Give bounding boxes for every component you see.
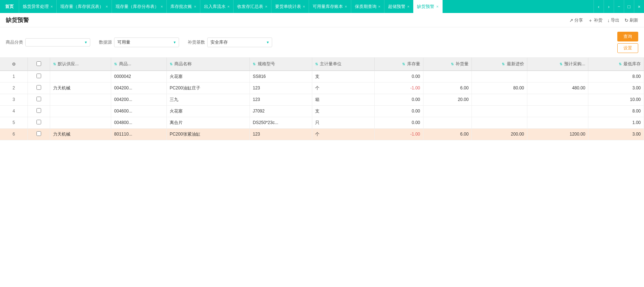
table-row: 5 004800... 离合片 DS250*23c... 只 0.00 1.00: [0, 117, 644, 128]
tab-lianhuo[interactable]: 炼货异常处理 ×: [19, 0, 57, 13]
row-checkbox[interactable]: [36, 85, 41, 90]
tab-home[interactable]: 首页: [0, 0, 19, 13]
row-supplement: 6.00: [423, 82, 471, 94]
datasource-arrow-icon: ▾: [174, 40, 176, 45]
close-tab-baozhi[interactable]: ×: [378, 4, 380, 9]
tab-minimize-btn[interactable]: －: [614, 0, 624, 13]
row-spec: J7092: [250, 105, 312, 117]
close-tab-chaochuyujing[interactable]: ×: [407, 4, 409, 9]
table-header-row: ⚙ ⇅ 默认供应... ⇅ 商品... ⇅ 商品名称: [0, 58, 644, 71]
row-spec: DS250*23c...: [250, 117, 312, 128]
tab-bar: 首页 炼货异常处理 × 现存量（库存状况表） × 现存量（库存分布表） × 库存…: [0, 0, 644, 13]
col-minstock-header[interactable]: ⇅ 最低库存: [588, 58, 644, 71]
row-checkbox[interactable]: [36, 108, 41, 113]
row-checkbox-cell[interactable]: [28, 117, 50, 128]
col-unit-header[interactable]: ⇅ 主计量单位: [312, 58, 375, 71]
refresh-button[interactable]: ↻ 刷新: [625, 17, 638, 23]
row-checkbox[interactable]: [36, 97, 41, 101]
tab-maximize-btn[interactable]: □: [624, 0, 634, 13]
export-button[interactable]: ↓ 导出: [608, 17, 620, 23]
category-select[interactable]: ▾: [25, 38, 90, 47]
close-tab-lianhuo[interactable]: ×: [51, 4, 53, 9]
row-price: [472, 94, 527, 105]
sort-icon3: ⇅: [170, 62, 173, 66]
row-unit: 只: [312, 117, 375, 128]
page-content: 缺货预警 ↗ 分享 ＋ 补货 ↓ 导出 ↻ 刷新 商品分类: [0, 13, 644, 287]
tab-yaohuo[interactable]: 要货单统计表 ×: [271, 0, 309, 13]
row-minstock: 10.00: [588, 94, 644, 105]
row-checkbox[interactable]: [36, 131, 41, 136]
row-supplement: 6.00: [423, 128, 471, 140]
close-tab-yaohuo[interactable]: ×: [303, 4, 305, 9]
row-checkbox-cell[interactable]: [28, 94, 50, 105]
row-minstock: 3.00: [588, 82, 644, 94]
row-checkbox-cell[interactable]: [28, 71, 50, 82]
row-checkbox-cell[interactable]: [28, 105, 50, 117]
row-plan: [527, 71, 588, 82]
tab-chaochuyujing[interactable]: 超储预警 ×: [384, 0, 413, 13]
col-supplement-header[interactable]: ⇅ 补货量: [423, 58, 471, 71]
col-code-header[interactable]: ⇅ 商品...: [111, 58, 167, 71]
close-tab-xiancun2[interactable]: ×: [161, 4, 163, 9]
row-name: 火花塞: [166, 105, 249, 117]
base-value: 安全库存: [210, 39, 228, 45]
col-price-header[interactable]: ⇅ 最新进价: [472, 58, 527, 71]
datasource-select[interactable]: 可用量 ▾: [114, 37, 179, 47]
col-supplier-header[interactable]: ⇅ 默认供应...: [50, 58, 111, 71]
settings-button[interactable]: 设置: [617, 43, 638, 53]
tab-close-btn[interactable]: ×: [634, 0, 644, 13]
sort-icon5: ⇅: [315, 62, 318, 66]
close-tab-kucunpici[interactable]: ×: [194, 4, 196, 9]
row-code: 004200...: [111, 94, 167, 105]
row-index: 1: [0, 71, 28, 82]
row-stock: 0.00: [375, 94, 423, 105]
tab-quehuo[interactable]: 缺货预警 ×: [413, 0, 442, 13]
tab-next-btn[interactable]: ›: [604, 0, 614, 13]
row-name: PC200张紧油缸: [166, 128, 249, 140]
close-tab-liushui[interactable]: ×: [227, 4, 230, 9]
row-index: 5: [0, 117, 28, 128]
row-spec: 123: [250, 82, 312, 94]
row-supplement: [423, 117, 471, 128]
tab-keyongliang[interactable]: 可用量库存账本 ×: [309, 0, 351, 13]
close-tab-quehuo[interactable]: ×: [436, 4, 438, 9]
tab-baozhi[interactable]: 保质期查询 ×: [351, 0, 384, 13]
base-select[interactable]: 安全库存 ▾: [207, 37, 272, 47]
share-icon: ↗: [569, 18, 573, 23]
query-button[interactable]: 查询: [617, 32, 638, 41]
row-checkbox-cell[interactable]: [28, 128, 50, 140]
tab-xiancun2[interactable]: 现存量（库存分布表） ×: [112, 0, 167, 13]
select-all-checkbox[interactable]: [36, 61, 41, 66]
filter-bar: 商品分类 ▾ 数据源 可用量 ▾ 补货基数 安全库存 ▾ 查询 设置: [0, 27, 644, 58]
close-tab-shoufacun[interactable]: ×: [265, 4, 267, 9]
row-checkbox-cell[interactable]: [28, 82, 50, 94]
tab-kucunpici[interactable]: 库存批次账 ×: [167, 0, 200, 13]
refresh-icon: ↻: [625, 18, 628, 23]
col-stock-header[interactable]: ⇅ 库存量: [375, 58, 423, 71]
tab-prev-btn[interactable]: ‹: [593, 0, 604, 13]
row-stock: 0.00: [375, 105, 423, 117]
col-name-header[interactable]: ⇅ 商品名称: [166, 58, 249, 71]
row-name: 离合片: [166, 117, 249, 128]
row-spec: SS816: [250, 71, 312, 82]
header-actions: ↗ 分享 ＋ 补货 ↓ 导出 ↻ 刷新: [569, 17, 639, 24]
col-gear[interactable]: ⚙: [0, 58, 28, 71]
close-tab-xiancun1[interactable]: ×: [105, 4, 108, 9]
col-spec-header[interactable]: ⇅ 规格型号: [250, 58, 312, 71]
col-select-all[interactable]: [28, 58, 50, 71]
tab-shoufacun[interactable]: 收发存汇总表 ×: [234, 0, 271, 13]
row-checkbox[interactable]: [36, 120, 41, 124]
row-stock: 0.00: [375, 71, 423, 82]
row-supplier: 力天机械: [50, 82, 111, 94]
sort-icon8: ⇅: [502, 62, 505, 66]
share-button[interactable]: ↗ 分享: [569, 17, 583, 23]
export-icon: ↓: [608, 18, 610, 23]
tab-liushui[interactable]: 出入库流水 ×: [200, 0, 234, 13]
replenish-button[interactable]: ＋ 补货: [588, 17, 602, 24]
row-checkbox[interactable]: [36, 74, 41, 78]
close-tab-keyongliang[interactable]: ×: [345, 4, 347, 9]
col-plan-header[interactable]: ⇅ 预计采购...: [527, 58, 588, 71]
tab-xiancun1[interactable]: 现存量（库存状况表） ×: [57, 0, 112, 13]
row-index: 3: [0, 94, 28, 105]
row-name: 火花塞: [166, 71, 249, 82]
